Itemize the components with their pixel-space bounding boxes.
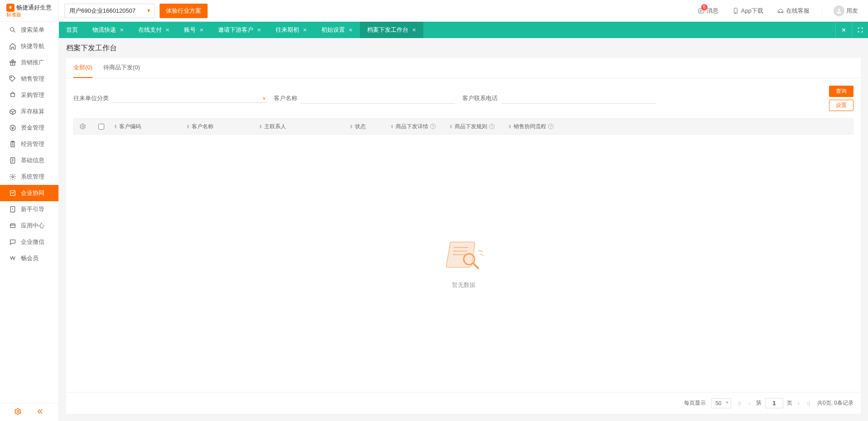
category-field: 往来单位分类 ∨ <box>73 94 267 103</box>
tab-6[interactable]: 初始设置✕ <box>314 22 360 38</box>
tab-1[interactable]: 物流快递✕ <box>85 22 131 38</box>
tab-5[interactable]: 往来期初✕ <box>268 22 314 38</box>
fullscreen-button[interactable] <box>852 22 868 38</box>
chevron-down-icon: ∨ <box>262 96 266 101</box>
sidebar-item-label: 应用中心 <box>21 222 44 230</box>
sidebar-item-14[interactable]: 畅会员 <box>0 250 58 266</box>
tenant-select[interactable]: 用户690企业1660120507 ▼ <box>64 4 155 18</box>
help-icon[interactable]: ? <box>430 124 436 129</box>
sidebar-item-9[interactable]: 系统管理 <box>0 169 58 185</box>
settings-button[interactable]: 设置 <box>829 100 853 111</box>
sidebar-item-6[interactable]: 资金管理 <box>0 120 58 136</box>
app-icon <box>9 222 16 229</box>
tenant-name: 用户690企业1660120507 <box>69 7 136 15</box>
money-icon <box>9 124 16 131</box>
sidebar-item-12[interactable]: 应用中心 <box>0 218 58 234</box>
tab-4[interactable]: 邀请下游客户✕ <box>211 22 268 38</box>
sort-icon: ▲▼ <box>449 124 453 129</box>
sidebar-item-4[interactable]: 采购管理 <box>0 87 58 103</box>
gift-icon <box>9 59 16 66</box>
user-menu[interactable]: 用友 <box>829 5 863 16</box>
close-icon[interactable]: ✕ <box>120 27 124 33</box>
page-input[interactable] <box>765 398 783 408</box>
tab-2[interactable]: 在线支付✕ <box>131 22 177 38</box>
box-icon <box>9 108 16 115</box>
phone-input[interactable] <box>501 93 655 104</box>
close-icon[interactable]: ✕ <box>165 27 170 33</box>
logo-icon <box>6 4 15 12</box>
messages-badge: 6 <box>701 4 708 10</box>
query-button[interactable]: 查询 <box>829 86 853 97</box>
pagination: 每页显示 50 |‹ ‹ 第 页 › ›| 共0页, 0条记录 <box>66 392 861 414</box>
content: 全部(0)待商品下发(0) 往来单位分类 ∨ 客户名称 客户联系电话 <box>59 58 868 421</box>
column-header-1[interactable]: ▲▼客户名称 <box>183 123 255 131</box>
tabsbar: 首页物流快递✕在线支付✕账号✕邀请下游客户✕往来期初✕初始设置✕档案下发工作台✕… <box>59 22 868 38</box>
column-label: 销售协同流程 <box>514 123 546 131</box>
tab-label: 物流快递 <box>92 26 116 34</box>
online-service-action[interactable]: 在线客服 <box>772 7 814 15</box>
close-icon[interactable]: ✕ <box>349 27 353 33</box>
sidebar-item-3[interactable]: 销售管理 <box>0 71 58 87</box>
tab-3[interactable]: 账号✕ <box>177 22 211 38</box>
sidebar-item-label: 资金管理 <box>21 124 44 132</box>
sidebar-item-8[interactable]: 基础信息 <box>0 152 58 169</box>
sidebar-item-0[interactable]: 搜索菜单 <box>0 22 58 38</box>
tab-label: 在线支付 <box>138 26 162 34</box>
filter-tab-1[interactable]: 待商品下发(0) <box>103 58 140 78</box>
sidebar-item-13[interactable]: 企业微信 <box>0 234 58 250</box>
sidebar: 畅捷通好生意 标准版 搜索菜单快捷导航营销推广销售管理采购管理库存核算资金管理经… <box>0 0 59 421</box>
tab-0[interactable]: 首页 <box>59 22 85 38</box>
tab-7[interactable]: 档案下发工作台✕ <box>360 22 423 38</box>
main: 用户690企业1660120507 ▼ 体验行业方案 消息 6 App下载 在线… <box>59 0 868 421</box>
sidebar-item-7[interactable]: 经营管理 <box>0 136 58 152</box>
sidebar-item-11[interactable]: 新手引导 <box>0 201 58 218</box>
column-header-3[interactable]: ▲▼状态 <box>346 123 387 131</box>
category-select[interactable]: ∨ <box>112 94 267 103</box>
sidebar-item-5[interactable]: 库存核算 <box>0 103 58 120</box>
first-page-button[interactable]: |‹ <box>737 399 743 407</box>
app-download-action[interactable]: App下载 <box>727 7 768 15</box>
close-icon[interactable]: ✕ <box>257 27 261 33</box>
category-label: 往来单位分类 <box>73 94 109 102</box>
column-header-4[interactable]: ▲▼商品下发详情? <box>387 123 446 131</box>
messages-action[interactable]: 消息 6 <box>693 7 723 15</box>
sidebar-item-10[interactable]: 企业协同 <box>0 185 58 201</box>
column-header-5[interactable]: ▲▼商品下发规则? <box>446 123 504 131</box>
sidebar-item-2[interactable]: 营销推广 <box>0 54 58 71</box>
column-header-0[interactable]: ▲▼客户编码 <box>110 123 183 131</box>
select-all-checkbox[interactable] <box>92 124 110 130</box>
tab-label: 初始设置 <box>321 26 345 34</box>
sort-icon: ▲▼ <box>349 124 353 129</box>
column-label: 商品下发规则 <box>455 123 487 131</box>
column-header-2[interactable]: ▲▼主联系人 <box>255 123 346 131</box>
close-icon[interactable]: ✕ <box>199 27 204 33</box>
panel: 全部(0)待商品下发(0) 往来单位分类 ∨ 客户名称 客户联系电话 <box>66 58 861 414</box>
close-icon[interactable]: ✕ <box>412 27 416 33</box>
close-icon[interactable]: ✕ <box>303 27 307 33</box>
svg-point-17 <box>82 126 84 127</box>
column-header-6[interactable]: ▲▼销售协同流程? <box>504 123 568 131</box>
filter-tab-0[interactable]: 全部(0) <box>73 58 92 78</box>
help-icon[interactable]: ? <box>548 124 553 129</box>
sidebar-item-label: 销售管理 <box>21 75 44 83</box>
next-page-button[interactable]: › <box>796 399 801 407</box>
help-icon[interactable]: ? <box>489 124 495 129</box>
prev-page-button[interactable]: ‹ <box>747 399 752 407</box>
sidebar-item-label: 新手引导 <box>21 205 44 213</box>
collapse-icon[interactable] <box>37 408 44 416</box>
column-label: 状态 <box>355 123 366 131</box>
last-page-button[interactable]: ›| <box>805 399 812 407</box>
sidebar-item-1[interactable]: 快捷导航 <box>0 38 58 54</box>
close-all-tabs-button[interactable]: ✕ <box>835 22 852 38</box>
per-page-select[interactable]: 50 <box>711 398 731 408</box>
clipboard-icon <box>9 140 16 148</box>
settings-icon[interactable] <box>15 408 22 416</box>
svg-rect-11 <box>10 224 15 227</box>
trial-button[interactable]: 体验行业方案 <box>160 4 208 18</box>
sort-icon: ▲▼ <box>114 124 117 129</box>
messages-label: 消息 <box>707 7 718 15</box>
name-input[interactable] <box>301 93 455 104</box>
pagination-summary: 共0页, 0条记录 <box>817 399 853 407</box>
home-icon <box>9 43 16 50</box>
table-settings-icon[interactable] <box>74 123 92 130</box>
